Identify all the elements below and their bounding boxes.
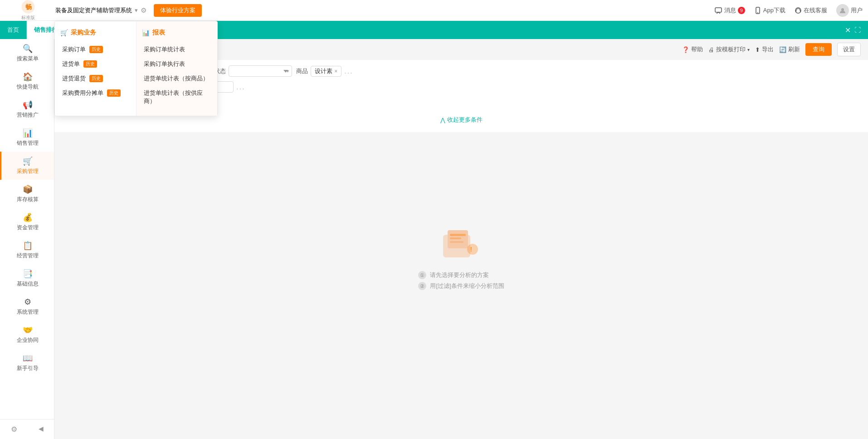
settings-icon[interactable]: ⚙ <box>141 6 146 15</box>
purchase-section-icon: 🛒 <box>60 29 68 36</box>
filter-goods: 商品 设计素 × ... <box>296 66 353 77</box>
sidebar-item-baseinfo-label: 基础信息 <box>17 280 39 288</box>
sidebar-item-operations[interactable]: 📋 经营管理 <box>0 236 54 264</box>
online-service-item[interactable]: 在线客服 <box>795 6 827 15</box>
logo-icon: 畅 <box>21 0 35 14</box>
dropdown-report-section: 📊 报表 采购订单统计表 采购订单执行表 进货单统计表（按商品） 进货单统计表（… <box>136 21 218 116</box>
report-2-label: 采购订单执行表 <box>144 60 185 68</box>
settings-button[interactable]: 设置 <box>837 43 861 56</box>
dropdown-item-return[interactable]: 进货退货 历史 <box>60 71 131 86</box>
export-button[interactable]: ⬆ 导出 <box>755 45 774 54</box>
svg-point-14 <box>467 244 478 255</box>
search-icon: 🔍 <box>23 44 33 54</box>
empty-tip-1: ① 请先选择要分析的方案 <box>418 271 489 279</box>
dropdown-purchase-title: 🛒 采购业务 <box>60 29 131 37</box>
status-select[interactable] <box>229 65 292 77</box>
sidebar-item-operations-label: 经营管理 <box>17 252 39 260</box>
dropdown-item-expense[interactable]: 采购费用分摊单 历史 <box>60 86 131 100</box>
enterprise-icon: 🤝 <box>23 325 33 335</box>
refresh-button[interactable]: 🔄 刷新 <box>779 45 800 54</box>
expense-label: 采购费用分摊单 <box>62 89 103 97</box>
sidebar-item-sales[interactable]: 📊 销售管理 <box>0 123 54 152</box>
print-button[interactable]: 🖨 按模板打印 ▾ <box>708 45 750 54</box>
messages-item[interactable]: 消息 9 <box>714 6 745 15</box>
sidebar-item-inventory[interactable]: 📦 库存核算 <box>0 180 54 208</box>
help-button[interactable]: ❓ 帮助 <box>682 45 703 54</box>
salesman-dots[interactable]: ... <box>236 83 245 91</box>
home-icon: 🏠 <box>23 72 33 82</box>
sidebar-item-sales-label: 销售管理 <box>17 139 39 147</box>
tabbar-actions: ✕ ⛶ <box>845 26 861 35</box>
svg-rect-2 <box>715 8 722 12</box>
sidebar-item-quicknav[interactable]: 🏠 快捷导航 <box>0 67 54 95</box>
system-dropdown-icon[interactable]: ▾ <box>135 7 138 14</box>
sidebar-collapse-icon[interactable]: ◀ <box>39 425 44 434</box>
dropdown-item-purchase-order[interactable]: 采购订单 历史 <box>60 42 131 57</box>
empty-tips: ① 请先选择要分析的方案 ② 用[过滤]条件来缩小分析范围 <box>418 271 504 290</box>
report-1-label: 采购订单统计表 <box>144 45 185 54</box>
collapse-label: 收起更多条件 <box>447 116 483 124</box>
sidebar-item-guide[interactable]: 📖 新手引导 <box>0 349 54 377</box>
goods-label: 商品 <box>296 67 308 75</box>
sidebar-item-quicknav-label: 快捷导航 <box>17 83 39 91</box>
user-item[interactable]: 用户 <box>836 4 863 17</box>
dropdown-item-report-4[interactable]: 进货单统计表（按供应商） <box>142 86 212 109</box>
finance-icon: 💰 <box>23 212 33 222</box>
app-download-item[interactable]: App下载 <box>754 6 785 15</box>
operations-icon: 📋 <box>23 241 33 251</box>
goods-tag: 设计素 × <box>311 66 341 77</box>
tip1-text: 请先选择要分析的方案 <box>430 271 489 279</box>
goods-tag-close[interactable]: × <box>334 68 337 74</box>
report-4-label: 进货单统计表（按供应商） <box>144 89 210 105</box>
avatar <box>836 4 849 17</box>
sidebar-item-guide-label: 新手引导 <box>17 365 39 372</box>
sidebar-item-system[interactable]: ⚙ 系统管理 <box>0 292 54 321</box>
inbound-history: 历史 <box>83 60 97 68</box>
sidebar-item-search[interactable]: 🔍 搜索菜单 <box>0 39 54 67</box>
return-label: 进货退货 <box>62 74 86 83</box>
tab-home-label: 首页 <box>7 26 19 34</box>
sidebar-item-system-label: 系统管理 <box>17 308 39 316</box>
sidebar-item-enterprise-label: 企业协同 <box>17 336 39 344</box>
close-all-icon[interactable]: ✕ <box>845 26 851 35</box>
purchase-section-label: 采购业务 <box>71 29 96 37</box>
report-section-label: 报表 <box>152 29 165 37</box>
refresh-label: 刷新 <box>788 45 800 54</box>
report-3-label: 进货单统计表（按商品） <box>144 74 209 83</box>
sidebar-item-inventory-label: 库存核算 <box>17 196 39 203</box>
logo: 畅 标准版 <box>5 0 51 21</box>
tab-home[interactable]: 首页 <box>0 21 27 39</box>
sidebar-item-search-label: 搜索菜单 <box>17 55 39 63</box>
maximize-icon[interactable]: ⛶ <box>854 26 861 34</box>
topbar-system: 装备及固定资产辅助管理系统 ▾ ⚙ 体验行业方案 <box>51 4 714 17</box>
marketing-icon: 📢 <box>23 100 33 110</box>
sidebar-item-purchase[interactable]: 🛒 采购管理 <box>0 152 54 180</box>
sidebar-item-enterprise[interactable]: 🤝 企业协同 <box>0 321 54 349</box>
svg-rect-7 <box>800 10 801 12</box>
dropdown-item-report-2[interactable]: 采购订单执行表 <box>142 57 212 71</box>
svg-rect-11 <box>450 234 466 236</box>
sidebar-settings-icon[interactable]: ⚙ <box>11 425 17 434</box>
industry-button[interactable]: 体验行业方案 <box>154 4 202 17</box>
sidebar-item-marketing[interactable]: 📢 营销推广 <box>0 95 54 123</box>
dropdown-item-inbound[interactable]: 进货单 历史 <box>60 57 131 71</box>
logo-text: 标准版 <box>21 15 35 21</box>
inbound-label: 进货单 <box>62 60 80 68</box>
report-section-icon: 📊 <box>142 29 150 36</box>
user-label: 用户 <box>851 6 863 15</box>
svg-rect-13 <box>450 241 463 243</box>
svg-text:!: ! <box>470 246 472 253</box>
sidebar-item-finance[interactable]: 💰 资金管理 <box>0 208 54 236</box>
export-label: 导出 <box>762 45 774 54</box>
expense-history: 历史 <box>107 89 121 97</box>
svg-point-4 <box>757 12 758 13</box>
dropdown-item-report-3[interactable]: 进货单统计表（按商品） <box>142 71 212 86</box>
query-button[interactable]: 查询 <box>805 43 832 56</box>
collapse-up-icon: ⋀ <box>440 117 445 123</box>
goods-dots[interactable]: ... <box>344 67 353 75</box>
phone-icon <box>754 7 761 14</box>
tip2-text: 用[过滤]条件来缩小分析范围 <box>430 282 504 290</box>
dropdown-item-report-1[interactable]: 采购订单统计表 <box>142 42 212 57</box>
messages-label: 消息 <box>724 6 736 15</box>
sidebar-item-baseinfo[interactable]: 📑 基础信息 <box>0 264 54 292</box>
